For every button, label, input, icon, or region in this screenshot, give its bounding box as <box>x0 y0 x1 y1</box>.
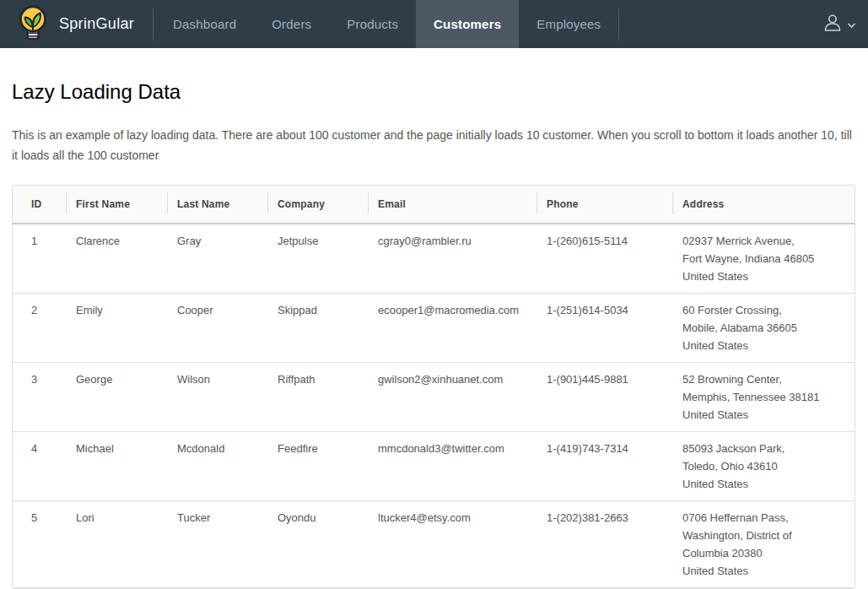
cell-email: ecooper1@macromedia.com <box>368 294 536 363</box>
chevron-down-icon <box>847 17 856 32</box>
cell-last_name: Gray <box>167 224 267 294</box>
navbar: SprinGular DashboardOrdersProductsCustom… <box>0 0 868 48</box>
page-title: Lazy Loading Data <box>12 80 856 104</box>
cell-email: cgray0@rambler.ru <box>368 224 536 294</box>
cell-company: Oyondu <box>267 501 368 588</box>
cell-company: Feedfire <box>267 432 368 501</box>
cell-id: 4 <box>13 432 66 501</box>
cell-company: Riffpath <box>267 363 368 432</box>
cell-phone: 1-(901)445-9881 <box>536 363 672 432</box>
column-header-email: Email <box>368 186 536 224</box>
table-body: 1ClarenceGrayJetpulsecgray0@rambler.ru1-… <box>13 224 855 588</box>
cell-email: ltucker4@etsy.com <box>368 501 536 588</box>
nav-item-employees[interactable]: Employees <box>519 0 618 48</box>
cell-address: 52 Browning Center, Memphis, Tennessee 3… <box>672 363 855 432</box>
cell-company: Jetpulse <box>267 224 368 294</box>
table-row: 4MichaelMcdonaldFeedfiremmcdonald3@twitt… <box>13 432 855 501</box>
main-content: Lazy Loading Data This is an example of … <box>0 80 868 589</box>
cell-last_name: Mcdonald <box>167 432 267 501</box>
cell-phone: 1-(419)743-7314 <box>536 432 672 501</box>
page-description: This is an example of lazy loading data.… <box>12 125 855 165</box>
column-header-phone: Phone <box>536 186 672 224</box>
user-menu[interactable] <box>822 0 868 48</box>
column-header-company: Company <box>267 186 368 224</box>
cell-first_name: Lori <box>66 501 167 588</box>
cell-address: 0706 Heffernan Pass, Washington, Distric… <box>672 501 855 588</box>
nav-items: DashboardOrdersProductsCustomersEmployee… <box>155 0 618 48</box>
cell-last_name: Cooper <box>167 294 267 363</box>
nav-item-dashboard[interactable]: Dashboard <box>155 0 254 48</box>
cell-first_name: Michael <box>66 432 167 501</box>
customers-datagrid: IDFirst NameLast NameCompanyEmailPhoneAd… <box>12 185 855 589</box>
brand[interactable]: SprinGular <box>0 0 153 48</box>
nav-item-customers[interactable]: Customers <box>416 0 519 48</box>
table-row: 2EmilyCooperSkippadecooper1@macromedia.c… <box>13 294 855 363</box>
cell-email: mmcdonald3@twitter.com <box>368 432 536 501</box>
table-row: 1ClarenceGrayJetpulsecgray0@rambler.ru1-… <box>13 224 855 294</box>
user-icon <box>822 12 844 37</box>
cell-address: 85093 Jackson Park, Toledo, Ohio 43610 U… <box>672 432 855 501</box>
table-row: 5LoriTuckerOyondultucker4@etsy.com1-(202… <box>13 501 855 588</box>
cell-last_name: Wilson <box>167 363 267 432</box>
cell-phone: 1-(251)614-5034 <box>536 294 672 363</box>
cell-email: gwilson2@xinhuanet.com <box>368 363 536 432</box>
nav-item-orders[interactable]: Orders <box>254 0 329 48</box>
cell-phone: 1-(202)381-2663 <box>536 501 672 588</box>
cell-id: 2 <box>13 294 66 363</box>
column-header-address: Address <box>672 186 855 224</box>
table-header-row: IDFirst NameLast NameCompanyEmailPhoneAd… <box>13 186 855 224</box>
cell-last_name: Tucker <box>167 501 267 588</box>
nav-item-products[interactable]: Products <box>329 0 416 48</box>
navbar-divider <box>153 8 154 40</box>
cell-id: 3 <box>13 363 66 432</box>
table-row: 3GeorgeWilsonRiffpathgwilson2@xinhuanet.… <box>13 363 855 432</box>
cell-first_name: George <box>66 363 167 432</box>
cell-address: 02937 Merrick Avenue, Fort Wayne, Indian… <box>672 224 855 294</box>
cell-first_name: Clarence <box>66 224 167 294</box>
brand-name: SprinGular <box>59 15 134 33</box>
cell-address: 60 Forster Crossing, Mobile, Alabama 366… <box>672 294 855 363</box>
column-header-first_name: First Name <box>66 186 167 224</box>
lightbulb-leaf-logo-icon <box>15 5 51 44</box>
column-header-id: ID <box>13 186 66 224</box>
cell-first_name: Emily <box>66 294 167 363</box>
column-header-last_name: Last Name <box>167 186 267 224</box>
navbar-divider-right <box>618 8 619 40</box>
cell-id: 1 <box>13 224 66 294</box>
cell-id: 5 <box>13 501 66 588</box>
cell-phone: 1-(260)615-5114 <box>536 224 672 294</box>
cell-company: Skippad <box>267 294 368 363</box>
customers-table: IDFirst NameLast NameCompanyEmailPhoneAd… <box>13 186 855 588</box>
